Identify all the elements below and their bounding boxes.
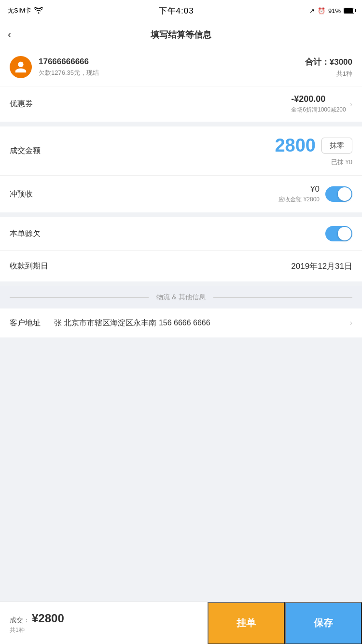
status-right: ↗ ⏰ 91% (309, 7, 354, 14)
address-chevron-icon: › (350, 319, 352, 327)
address-content: 张 北京市市辖区海淀区永丰南 156 6666 6666 (48, 317, 350, 329)
debt-relief-toggle-knob (338, 227, 351, 240)
logistics-section-header: 物流 & 其他信息 (0, 286, 362, 308)
total-count: 共1种 (305, 70, 352, 78)
due-date-row: 收款到期日 2019年12月31日 (0, 251, 362, 281)
bottom-spacer (0, 342, 362, 352)
battery-percent: 91% (328, 7, 341, 14)
main-content: 17666666666 欠款1276.35元，现结 合计：¥3000 共1种 优… (0, 48, 362, 400)
customer-row: 17666666666 欠款1276.35元，现结 合计：¥3000 共1种 (0, 48, 362, 86)
prepayment-right: ¥0 应收金额 ¥2800 (278, 184, 352, 204)
deal-amount-row-right: 2800 抹零 (275, 135, 352, 156)
customer-left: 17666666666 欠款1276.35元，现结 (10, 56, 99, 78)
debt-relief-row: 本单赊欠 (0, 217, 362, 251)
coupon-label: 优惠券 (10, 99, 33, 109)
prepayment-amount: ¥0 (278, 184, 320, 194)
toggle-knob (338, 187, 351, 201)
save-button[interactable]: 保存 (285, 602, 362, 644)
chevron-right-icon: › (350, 100, 352, 109)
bottom-deal-count: 共1种 (10, 626, 198, 634)
coupon-right: -¥200.00 全场6折满1000减200 › (291, 94, 352, 114)
prepayment-row-right: ¥0 应收金额 ¥2800 (278, 184, 352, 204)
page-title: 填写结算等信息 (151, 29, 211, 41)
deal-amount-card: 成交金额 2800 抹零 已抹 ¥0 冲预收 ¥0 应收金额 ¥2800 (0, 126, 362, 212)
due-date-value: 2019年12月31日 (291, 261, 352, 272)
hold-order-button[interactable]: 挂单 (208, 602, 285, 644)
bottom-deal-row: 成交： ¥2800 (10, 612, 198, 625)
debt-relief-card: 本单赊欠 收款到期日 2019年12月31日 (0, 217, 362, 281)
no-sim-text: 无SIM卡 (8, 6, 31, 15)
total-amount: 合计：¥3000 (305, 56, 352, 68)
customer-sub-text: 欠款1276.35元，现结 (39, 69, 99, 77)
prepayment-label: 冲预收 (10, 189, 33, 199)
deal-amount-value: 2800 (275, 135, 316, 156)
debt-relief-toggle[interactable] (325, 226, 352, 241)
section-header-text: 物流 & 其他信息 (156, 293, 205, 302)
customer-card: 17666666666 欠款1276.35元，现结 合计：¥3000 共1种 优… (0, 48, 362, 122)
prepayment-sub: 应收金额 ¥2800 (278, 196, 320, 204)
status-bar: 无SIM卡 下午4:03 ↗ ⏰ 91% (0, 0, 362, 21)
coupon-desc: 全场6折满1000减200 (291, 106, 346, 114)
bottom-bar: 成交： ¥2800 共1种 挂单 保存 (0, 602, 362, 644)
back-button[interactable]: ‹ (8, 28, 11, 41)
prepayment-amounts: ¥0 应收金额 ¥2800 (278, 184, 320, 204)
wifi-icon (34, 7, 43, 15)
divider-right (213, 297, 352, 298)
coupon-discount: -¥200.00 (291, 94, 346, 104)
status-left: 无SIM卡 (8, 6, 43, 15)
nav-bar: ‹ 填写结算等信息 (0, 21, 362, 48)
deal-amount-right: 2800 抹零 已抹 ¥0 (275, 135, 352, 167)
address-row[interactable]: 客户地址 张 北京市市辖区海淀区永丰南 156 6666 6666 › (0, 308, 362, 337)
prepayment-row: 冲预收 ¥0 应收金额 ¥2800 (0, 176, 362, 212)
battery-icon (344, 8, 354, 14)
coupon-info: -¥200.00 全场6折满1000减200 (291, 94, 346, 114)
alarm-icon: ⏰ (318, 7, 325, 14)
address-card: 客户地址 张 北京市市辖区海淀区永丰南 156 6666 6666 › (0, 308, 362, 337)
deal-amount-row: 成交金额 2800 抹零 已抹 ¥0 (0, 126, 362, 176)
bottom-deal-amount: ¥2800 (32, 612, 64, 625)
round-zero-button[interactable]: 抹零 (321, 138, 352, 154)
divider-left (10, 297, 149, 298)
bottom-deal-label: 成交： (10, 616, 30, 625)
address-label: 客户地址 (10, 318, 48, 328)
bottom-summary: 成交： ¥2800 共1种 (0, 612, 208, 634)
deal-amount-label: 成交金额 (10, 146, 41, 156)
deal-amount-sub: 已抹 ¥0 (275, 158, 352, 167)
coupon-row[interactable]: 优惠券 -¥200.00 全场6折满1000减200 › (0, 86, 362, 122)
avatar (10, 56, 32, 78)
status-time: 下午4:03 (159, 5, 194, 16)
debt-relief-label: 本单赊欠 (10, 229, 41, 239)
user-icon (14, 60, 28, 74)
due-date-label: 收款到期日 (10, 261, 48, 271)
location-icon: ↗ (309, 7, 315, 14)
customer-right: 合计：¥3000 共1种 (305, 56, 352, 78)
customer-info: 17666666666 欠款1276.35元，现结 (39, 57, 99, 77)
customer-phone: 17666666666 (39, 57, 99, 67)
prepayment-toggle[interactable] (325, 186, 352, 202)
